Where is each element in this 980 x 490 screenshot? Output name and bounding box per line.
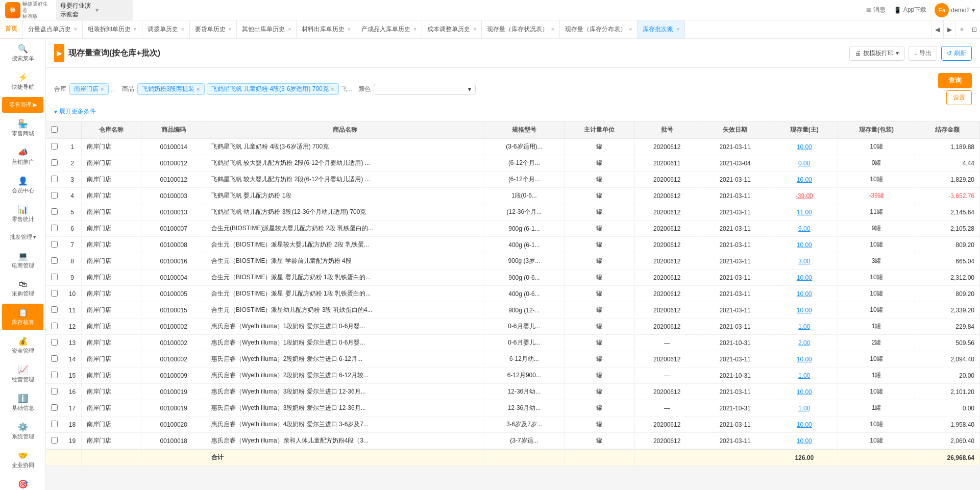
sidebar-item-finance[interactable]: 💰 资金管理 <box>2 332 43 359</box>
tab-prev-button[interactable]: ◀ <box>931 20 943 39</box>
tab-close-all-button[interactable]: × <box>955 20 968 39</box>
cell-qty-main[interactable]: 10.00 <box>771 270 838 286</box>
cell-qty-main[interactable]: 9.00 <box>771 220 838 237</box>
close-icon[interactable]: × <box>229 27 232 32</box>
cell-checkbox[interactable] <box>46 286 63 302</box>
row-checkbox[interactable] <box>51 159 58 166</box>
tab-11[interactable]: 库存批次账 × <box>638 20 685 39</box>
cell-qty-main[interactable]: 10.00 <box>771 286 838 302</box>
sidebar-item-quicknav[interactable]: ⚡ 快捷导航 <box>2 68 43 95</box>
row-checkbox[interactable] <box>51 306 58 313</box>
cell-checkbox[interactable] <box>46 368 63 384</box>
sidebar-item-operations[interactable]: 📈 经营管理 <box>2 361 43 387</box>
row-checkbox[interactable] <box>51 323 58 329</box>
row-checkbox[interactable] <box>51 421 58 427</box>
tab-9[interactable]: 现存量（库存状况表） × <box>482 20 560 39</box>
cell-qty-main[interactable]: 1.00 <box>771 318 838 335</box>
cell-qty-main[interactable]: 10.00 <box>771 384 838 400</box>
warehouse-tag[interactable]: 南岸门店 × <box>69 83 109 95</box>
sidebar-item-retail-stats[interactable]: 📊 零售统计 <box>2 201 43 227</box>
query-button[interactable]: 查询 <box>938 73 972 88</box>
row-checkbox[interactable] <box>51 274 58 280</box>
sidebar-item-retail-mall[interactable]: 🏪 零售商城 <box>2 115 43 141</box>
row-checkbox[interactable] <box>51 241 58 248</box>
tab-home[interactable]: 首页 <box>0 20 23 39</box>
cell-checkbox[interactable] <box>46 139 63 155</box>
cell-qty-main[interactable]: 10.00 <box>771 302 838 318</box>
row-checkbox[interactable] <box>51 388 58 395</box>
tab-2[interactable]: 组装拆卸单历史 × <box>83 20 142 39</box>
remove-tag-icon[interactable]: × <box>331 86 334 93</box>
close-icon[interactable]: × <box>288 27 291 32</box>
workspace-selector[interactable]: 母婴行业演示账套 ▾ <box>56 0 133 21</box>
tab-8[interactable]: 成本调整单历史 × <box>422 20 482 39</box>
tab-menu-button[interactable]: ⊡ <box>968 20 980 39</box>
sidebar-item-wholesale[interactable]: 批发管理 ▾ <box>2 229 43 245</box>
tab-6[interactable]: 材料出库单历史 × <box>297 20 356 39</box>
cell-qty-main[interactable]: 3.00 <box>771 253 838 270</box>
cell-qty-main[interactable]: 10.00 <box>771 237 838 253</box>
cell-checkbox[interactable] <box>46 384 63 400</box>
close-icon[interactable]: × <box>629 27 632 32</box>
cell-qty-main[interactable]: 2.00 <box>771 335 838 351</box>
row-checkbox[interactable] <box>51 404 58 411</box>
cell-checkbox[interactable] <box>46 433 63 450</box>
cell-qty-main[interactable]: -39.00 <box>771 188 838 204</box>
close-icon[interactable]: × <box>348 27 351 32</box>
row-checkbox[interactable] <box>51 290 58 297</box>
cell-checkbox[interactable] <box>46 155 63 172</box>
close-icon[interactable]: × <box>473 27 476 32</box>
cell-qty-main[interactable]: 10.00 <box>771 139 838 155</box>
row-checkbox[interactable] <box>51 339 58 346</box>
cell-checkbox[interactable] <box>46 318 63 335</box>
tab-3[interactable]: 调拨单历史 × <box>142 20 190 39</box>
sidebar-item-basic-info[interactable]: ℹ️ 基础信息 <box>2 389 43 416</box>
row-checkbox[interactable] <box>51 257 58 264</box>
sidebar-item-inventory[interactable]: 📋 库存核算 <box>2 304 43 330</box>
product-tag-2[interactable]: 飞鹤星飞帆 儿童奶粉 4段(3-6岁适用) 700克 × <box>207 83 339 95</box>
row-checkbox[interactable] <box>51 225 58 231</box>
row-checkbox[interactable] <box>51 372 58 378</box>
export-button[interactable]: ↓ 导出 <box>909 46 937 61</box>
close-icon[interactable]: × <box>134 27 137 32</box>
cell-checkbox[interactable] <box>46 335 63 351</box>
tab-4[interactable]: 要货单历史 × <box>190 20 237 39</box>
row-checkbox[interactable] <box>51 437 58 444</box>
cell-checkbox[interactable] <box>46 400 63 416</box>
tab-7[interactable]: 产成品入库单历史 × <box>356 20 422 39</box>
cell-checkbox[interactable] <box>46 416 63 433</box>
product-tag-1[interactable]: 飞鹤奶粉3段两提装 × <box>137 83 205 95</box>
sidebar-item-marketing[interactable]: 📣 营销推广 <box>2 143 43 170</box>
row-checkbox[interactable] <box>51 192 58 199</box>
refresh-button[interactable]: ↺ 刷新 <box>941 46 972 61</box>
cell-checkbox[interactable] <box>46 270 63 286</box>
message-button[interactable]: ✉ 消息 <box>866 6 886 14</box>
cell-qty-main[interactable]: 10.00 <box>771 416 838 433</box>
sidebar-item-ecommerce[interactable]: 💻 电商管理 <box>2 247 43 274</box>
cell-checkbox[interactable] <box>46 204 63 220</box>
col-header-checkbox[interactable] <box>46 121 63 139</box>
cell-qty-main[interactable]: 1.00 <box>771 368 838 384</box>
remove-tag-icon[interactable]: × <box>197 86 200 93</box>
tab-10[interactable]: 现存量（库存分布表） × <box>560 20 638 39</box>
close-icon[interactable]: × <box>181 27 184 32</box>
sidebar-item-purchase[interactable]: 🛍 采购管理 <box>2 276 43 302</box>
sidebar-item-members[interactable]: 👤 会员中心 <box>2 172 43 199</box>
row-checkbox[interactable] <box>51 355 58 362</box>
row-checkbox[interactable] <box>51 176 58 182</box>
sidebar-item-system[interactable]: ⚙️ 系统管理 <box>2 418 43 445</box>
select-all-checkbox[interactable] <box>51 126 58 133</box>
cell-checkbox[interactable] <box>46 351 63 368</box>
cell-qty-main[interactable]: 11.00 <box>771 204 838 220</box>
cell-qty-main[interactable]: 10.00 <box>771 433 838 450</box>
cell-checkbox[interactable] <box>46 302 63 318</box>
close-icon[interactable]: × <box>413 27 416 32</box>
remove-tag-icon[interactable]: × <box>101 86 104 93</box>
cell-checkbox[interactable] <box>46 172 63 188</box>
row-checkbox[interactable] <box>51 208 58 215</box>
cell-qty-main[interactable]: 10.00 <box>771 351 838 368</box>
color-select[interactable]: ▾ <box>374 84 476 95</box>
setting-button[interactable]: 设置 <box>946 90 972 105</box>
cell-qty-main[interactable]: 10.00 <box>771 172 838 188</box>
close-icon[interactable]: × <box>551 27 554 32</box>
